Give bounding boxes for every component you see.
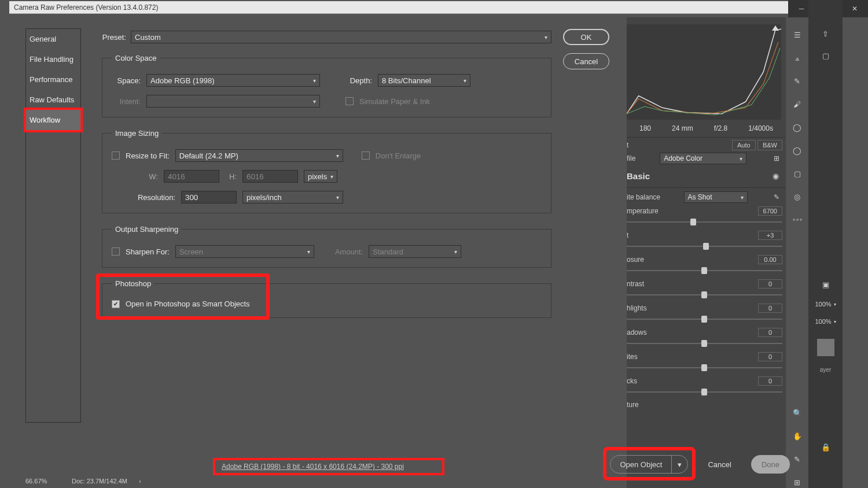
opacity-b[interactable]: 100% ▾ (815, 318, 836, 325)
intent-label: Intent: (112, 97, 141, 106)
open-as-smart-objects-checkbox[interactable]: ✔ (112, 300, 120, 308)
target-icon[interactable]: ◎ (792, 191, 803, 202)
width-input (164, 170, 219, 183)
contrast-label: ntrast (627, 280, 644, 288)
resize-to-fit-select[interactable]: Default (24.2 MP) ▾ (175, 149, 343, 162)
crop-icon[interactable]: ⟁ (792, 52, 803, 64)
hand-icon[interactable]: ✋ (792, 430, 803, 442)
zoom-percentage[interactable]: 66.67% (25, 478, 47, 485)
tab-workflow[interactable]: Workflow (26, 110, 80, 130)
dialog-title: Camera Raw Preferences (Version 13.4.0.8… (14, 3, 158, 12)
brush-icon[interactable]: 🖌 (792, 98, 803, 110)
grid-icon[interactable]: ⊞ (771, 153, 782, 164)
bw-button[interactable]: B&W (757, 140, 782, 150)
dont-enlarge-label: Don't Enlarge (376, 151, 421, 160)
color-space-legend: Color Space (112, 54, 160, 62)
exposure-slider[interactable] (627, 264, 786, 276)
chevron-down-icon: ▾ (741, 194, 744, 201)
shadows-value[interactable]: 0 (758, 328, 782, 337)
tint-label: t (627, 231, 628, 239)
opacity-a[interactable]: 100% ▾ (815, 301, 836, 308)
resize-to-fit-checkbox[interactable] (112, 151, 120, 160)
workflow-form: Preset: Custom ▾ Color Space Space: Adob… (102, 31, 551, 330)
space-select[interactable]: Adobe RGB (1998) ▾ (146, 74, 320, 87)
right-edit-panel: 180 24 mm f/2.8 1/4000s t Auto B&W file … (627, 17, 786, 488)
contrast-slider[interactable] (627, 289, 786, 300)
eyedropper-icon[interactable]: ✎ (771, 191, 782, 203)
profile-select[interactable]: Adobe Color ▾ (660, 153, 746, 164)
depth-select[interactable]: 8 Bits/Channel ▾ (378, 74, 470, 87)
sliders-icon[interactable]: ☰ (792, 29, 803, 40)
size-unit-select[interactable]: pixels ▾ (304, 170, 337, 183)
mask-icon[interactable]: ▢ (792, 168, 803, 179)
tab-file-handling[interactable]: File Handling (26, 49, 80, 69)
eye-icon[interactable]: ◉ (770, 170, 781, 182)
preset-label: Preset: (102, 33, 126, 42)
lock-icon[interactable]: 🔒 (820, 441, 832, 453)
layers-icon[interactable]: ▣ (820, 279, 832, 290)
photoshop-legend: Photoshop (112, 279, 155, 288)
image-sizing-legend: Image Sizing (112, 129, 162, 138)
shadows-slider[interactable] (627, 337, 786, 349)
histogram (627, 24, 781, 120)
sharpen-for-label: Sharpen For: (126, 247, 170, 256)
clip-warning-icon[interactable] (772, 25, 779, 31)
resolution-unit-select[interactable]: pixels/inch ▾ (242, 191, 343, 204)
window-icon[interactable]: ▢ (820, 50, 832, 61)
simulate-paper-ink-label: Simulate Paper & Ink (359, 97, 430, 106)
exposure-label: osure (627, 256, 644, 264)
image-info-link[interactable]: Adobe RGB (1998) - 8 bit - 4016 x 6016 (… (215, 461, 411, 472)
dialog-action-buttons: OK Cancel (563, 29, 609, 69)
cancel-button[interactable]: Cancel (563, 53, 609, 69)
temperature-slider[interactable] (627, 216, 786, 227)
more-icon[interactable] (792, 214, 803, 225)
basic-panel-title[interactable]: Basic (627, 171, 650, 181)
whites-label: ites (627, 353, 638, 361)
whites-slider[interactable] (627, 361, 786, 373)
tint-value[interactable]: +3 (758, 231, 782, 240)
contrast-value[interactable]: 0 (758, 279, 782, 289)
preset-select[interactable]: Custom ▾ (131, 31, 551, 43)
zoom-icon[interactable]: 🔍 (792, 407, 803, 419)
tint-slider[interactable] (627, 240, 786, 252)
ok-button[interactable]: OK (563, 29, 609, 45)
exposure-value[interactable]: 0.00 (758, 255, 782, 264)
meta-aperture: f/2.8 (714, 124, 727, 132)
chevron-down-icon: ▾ (545, 34, 547, 40)
circle-icon[interactable]: ◯ (792, 145, 803, 156)
bottom-cancel-button[interactable]: Cancel (697, 455, 741, 474)
blacks-value[interactable]: 0 (758, 376, 782, 386)
highlights-slider[interactable] (627, 313, 786, 324)
whites-value[interactable]: 0 (758, 352, 782, 361)
simulate-paper-ink-checkbox (345, 97, 354, 105)
space-label: Space: (112, 76, 141, 85)
blacks-slider[interactable] (627, 386, 786, 397)
intent-select: ▾ (146, 95, 320, 108)
chevron-down-icon: ▾ (307, 249, 310, 255)
temperature-value[interactable]: 6700 (758, 206, 782, 216)
chevron-down-icon: ▾ (336, 153, 339, 159)
share-icon[interactable]: ⇧ (820, 28, 832, 39)
auto-button[interactable]: Auto (732, 140, 756, 150)
swatch[interactable] (817, 339, 834, 356)
heal-icon[interactable]: ✎ (792, 75, 803, 87)
preferences-dialog: General File Handling Performance Raw De… (9, 14, 627, 471)
resolution-input[interactable] (181, 191, 237, 204)
tab-raw-defaults[interactable]: Raw Defaults (26, 90, 80, 110)
close-button[interactable]: ✕ (841, 0, 868, 17)
highlight-open-object (603, 447, 696, 480)
redeye-icon[interactable]: ◯ (792, 121, 803, 133)
sharpen-for-checkbox[interactable] (112, 247, 120, 256)
highlights-value[interactable]: 0 (758, 304, 782, 313)
profile-label: file (627, 154, 635, 162)
chevron-down-icon: ▾ (740, 156, 742, 162)
tab-performance[interactable]: Performance (26, 69, 80, 90)
temperature-label: mperature (627, 207, 659, 215)
done-button[interactable]: Done (751, 455, 790, 474)
open-as-smart-objects-label: Open in Photoshop as Smart Objects (126, 300, 250, 308)
resize-to-fit-label: Resize to Fit: (126, 151, 170, 160)
preferences-tabs: General File Handling Performance Raw De… (25, 28, 81, 423)
white-balance-select[interactable]: As Shot ▾ (684, 191, 748, 203)
dont-enlarge-checkbox (362, 151, 370, 160)
tab-general[interactable]: General (26, 29, 80, 49)
